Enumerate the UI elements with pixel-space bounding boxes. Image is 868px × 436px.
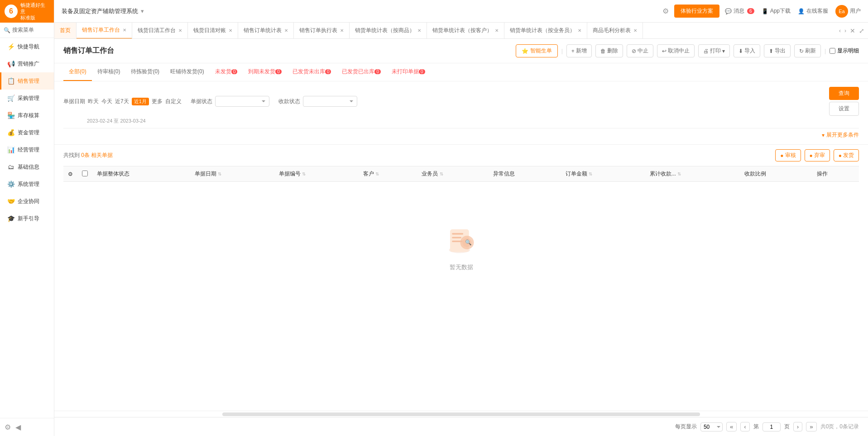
import-btn[interactable]: ⬇ 导入 xyxy=(734,44,760,57)
customer-sort-icon[interactable]: ⇅ xyxy=(375,171,379,176)
app-download-action[interactable]: 📱 App下载 xyxy=(762,7,791,15)
date-opt-more[interactable]: 更多 xyxy=(152,98,163,105)
payment-select[interactable] xyxy=(303,96,357,107)
col-date-header[interactable]: 单据日期 ⇅ xyxy=(190,166,274,182)
sidebar-item-guide[interactable]: 🎓 新手引导 xyxy=(0,210,54,227)
topbar-dropdown-icon[interactable]: ▾ xyxy=(141,8,144,14)
horizontal-scrollbar-thumb[interactable] xyxy=(222,412,700,416)
sidebar-search[interactable]: 🔍 搜索菜单 xyxy=(0,23,54,38)
tab-next-icon[interactable]: › xyxy=(843,26,848,36)
status-select[interactable] xyxy=(215,96,269,107)
prev-page-btn[interactable]: ‹ xyxy=(740,422,749,431)
query-btn[interactable]: 查询 xyxy=(829,87,859,100)
sidebar-item-ops[interactable]: 📊 经营管理 xyxy=(0,141,54,158)
col-staff-header[interactable]: 业务员 ⇅ xyxy=(417,166,489,182)
staff-sort-icon[interactable]: ⇅ xyxy=(440,171,443,176)
tab-cash-close[interactable]: ✕ xyxy=(178,28,182,33)
setting-btn[interactable]: 设置 xyxy=(829,102,859,116)
tab-exec-close[interactable]: ✕ xyxy=(340,28,344,33)
tab-reconcile-close[interactable]: ✕ xyxy=(229,28,232,33)
tab-sales-stat-staff[interactable]: 销货单统计表（按业务员） ✕ xyxy=(504,23,587,39)
tab-stat-close[interactable]: ✕ xyxy=(284,28,288,33)
date-opt-custom[interactable]: 自定义 xyxy=(165,98,182,105)
sidebar-item-system[interactable]: ⚙️ 系统管理 xyxy=(0,175,54,193)
tab-expand-icon[interactable]: ⤢ xyxy=(857,25,866,36)
export-btn[interactable]: ⬆ 导出 xyxy=(764,44,791,57)
received-sort-icon[interactable]: ⇅ xyxy=(677,171,681,176)
sidebar-item-basic[interactable]: 🗂 基础信息 xyxy=(0,158,54,175)
sidebar-item-purchase[interactable]: 🛒 采购管理 xyxy=(0,90,54,107)
user-action[interactable]: Ea 用户 xyxy=(835,5,861,18)
add-btn[interactable]: + 新增 xyxy=(566,44,592,57)
filter-tab-all[interactable]: 全部(0) xyxy=(63,63,92,81)
message-action[interactable]: 💬 消息 6 xyxy=(725,7,754,15)
amount-sort-icon[interactable]: ⇅ xyxy=(589,171,592,176)
tab-margin-close[interactable]: ✕ xyxy=(633,28,637,33)
tab-sales-exec[interactable]: 销售订单执行表 ✕ xyxy=(294,23,350,39)
col-received-header[interactable]: 累计收款... ⇅ xyxy=(645,166,740,182)
sidebar-item-inventory[interactable]: 🏪 库存核算 xyxy=(0,107,54,124)
filter-tab-not-shipped[interactable]: 未发货0 xyxy=(210,63,243,81)
next-page-btn[interactable]: › xyxy=(793,422,802,431)
settings-bottom-icon[interactable]: ⚙ xyxy=(5,423,11,431)
page-input[interactable] xyxy=(762,422,781,431)
cancel-stop-btn[interactable]: ↩ 取消中止 xyxy=(657,44,695,57)
date-opt-7days[interactable]: 近7天 xyxy=(115,98,129,105)
tab-product-margin[interactable]: 商品毛利分析表 ✕ xyxy=(587,23,643,39)
date-opt-today[interactable]: 今天 xyxy=(101,98,112,105)
show-detail-checkbox[interactable] xyxy=(830,48,835,54)
tab-sales-close[interactable]: ✕ xyxy=(123,28,126,33)
smart-btn[interactable]: ⭐ 智能生单 xyxy=(516,44,558,57)
last-page-btn[interactable]: » xyxy=(806,422,816,431)
filter-tab-shipped-out-wh[interactable]: 已发货已出库0 xyxy=(336,63,386,81)
topbar-settings-icon[interactable]: ⚙ xyxy=(662,7,669,15)
per-page-select[interactable]: 50 10 20 100 xyxy=(700,422,723,431)
date-opt-1month[interactable]: 近1月 xyxy=(132,98,149,105)
tab-sales-stat[interactable]: 销售订单统计表 ✕ xyxy=(238,23,294,39)
tab-sales-workbench[interactable]: 销售订单工作台 ✕ xyxy=(77,23,132,39)
tab-stat-customer-close[interactable]: ✕ xyxy=(495,28,499,33)
tab-cash-reconcile[interactable]: 钱货日清对账 ✕ xyxy=(188,23,238,39)
filter-tab-pending-inspect[interactable]: 待拣验货(0) xyxy=(125,63,165,81)
sidebar-item-enterprise[interactable]: 🤝 企业协同 xyxy=(0,193,54,210)
table-scroll-container[interactable]: ⚙ 单据整体状态 单据日期 ⇅ xyxy=(63,166,859,308)
filter-tab-not-printed[interactable]: 未打印单据0 xyxy=(386,63,431,81)
tab-stat-product-close[interactable]: ✕ xyxy=(417,28,421,33)
col-customer-header[interactable]: 客户 ⇅ xyxy=(359,166,417,182)
sidebar-item-finance[interactable]: 💰 资金管理 xyxy=(0,124,54,141)
tab-sales-stat-product[interactable]: 销货单统计表（按商品） ✕ xyxy=(350,23,427,39)
tab-home[interactable]: 首页 xyxy=(54,23,77,39)
cancel-review-btn[interactable]: ● 弃审 xyxy=(805,149,830,161)
filter-tab-overdue[interactable]: 到期未发货0 xyxy=(243,63,287,81)
filter-tab-pending-review[interactable]: 待审核(0) xyxy=(92,63,126,81)
tab-cash-daily[interactable]: 钱货日清工作台 ✕ xyxy=(132,23,188,39)
print-btn[interactable]: 🖨 打印 ▾ xyxy=(698,44,730,57)
sidebar-item-quicknav[interactable]: ⚡ 快捷导航 xyxy=(0,38,54,55)
sidebar-item-marketing[interactable]: 📢 营销推广 xyxy=(0,55,54,72)
tab-stat-staff-close[interactable]: ✕ xyxy=(578,28,581,33)
refresh-btn[interactable]: ↻ 刷新 xyxy=(794,44,821,57)
filter-tab-shipped-not-wh[interactable]: 已发货未出库0 xyxy=(287,63,337,81)
number-sort-icon[interactable]: ⇅ xyxy=(302,171,306,176)
settings-icon[interactable]: ⚙ xyxy=(68,171,73,177)
col-number-header[interactable]: 单据编号 ⇅ xyxy=(274,166,359,182)
tab-sales-stat-customer[interactable]: 销货单统计表（按客户） ✕ xyxy=(427,23,504,39)
first-page-btn[interactable]: « xyxy=(726,422,737,431)
date-opt-yesterday[interactable]: 昨天 xyxy=(88,98,99,105)
show-detail-label[interactable]: 显示明细 xyxy=(830,47,859,55)
delete-btn[interactable]: 🗑 删除 xyxy=(595,44,623,57)
expand-btn[interactable]: ▾ 展开更多条件 xyxy=(822,131,859,139)
online-service-action[interactable]: 👤 在线客服 xyxy=(798,7,828,15)
horizontal-scrollbar-area[interactable] xyxy=(54,411,868,417)
col-amount-header[interactable]: 订单金额 ⇅ xyxy=(561,166,645,182)
ship-btn[interactable]: ● 发货 xyxy=(834,149,859,161)
collapse-icon[interactable]: ◀ xyxy=(15,423,21,431)
review-btn[interactable]: ● 审核 xyxy=(775,149,801,161)
industry-btn[interactable]: 体验行业方案 xyxy=(674,5,719,18)
stop-btn[interactable]: ⊘ 中止 xyxy=(627,44,653,57)
filter-tab-wangpu[interactable]: 旺铺待发货(0) xyxy=(165,63,210,81)
sidebar-item-sales[interactable]: 📋 销售管理 xyxy=(0,72,54,90)
tab-prev-icon[interactable]: ‹ xyxy=(837,26,843,36)
tab-close-all-icon[interactable]: ✕ xyxy=(848,25,857,36)
date-sort-icon[interactable]: ⇅ xyxy=(218,171,221,176)
